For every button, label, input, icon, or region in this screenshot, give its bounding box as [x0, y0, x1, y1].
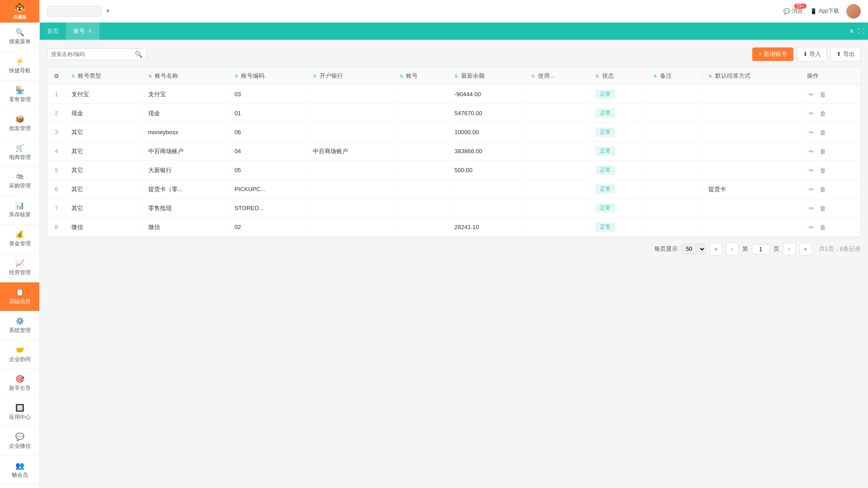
cell-account: [394, 142, 449, 161]
cell-actions: ✏ 🗑: [802, 123, 860, 142]
cell-balance: 547670.00: [449, 104, 526, 123]
cell-status: 正常: [590, 142, 648, 161]
message-button[interactable]: 💬 消息 99+: [783, 7, 803, 15]
cell-usage: [526, 180, 590, 199]
cell-balance: [449, 180, 526, 199]
cell-code: 03: [229, 85, 307, 104]
sidebar-item-operations[interactable]: 📈 经营管理: [0, 253, 39, 282]
per-page-select[interactable]: 50 20 100: [681, 244, 706, 254]
last-page-button[interactable]: »: [799, 243, 812, 255]
delete-button[interactable]: 🗑: [818, 166, 828, 175]
cell-status: 正常: [590, 104, 648, 123]
tab-maximize-icon[interactable]: ⛶: [858, 28, 864, 35]
export-button[interactable]: ⬆ 导出: [830, 47, 861, 61]
tab-account[interactable]: 账号 ✕: [66, 23, 99, 40]
cell-account: [394, 218, 449, 237]
enterprise-icon: 🤝: [0, 346, 39, 354]
edit-button[interactable]: ✏: [807, 128, 816, 137]
col-remark[interactable]: ⇅ 备注: [648, 67, 703, 85]
col-status[interactable]: ⇅ 状态: [590, 67, 648, 85]
sidebar-item-finance[interactable]: 💰 资金管理: [0, 225, 39, 253]
delete-button[interactable]: 🗑: [818, 223, 828, 232]
col-type[interactable]: ⇅ 账号类型: [66, 67, 142, 85]
download-button[interactable]: 📱 App下载: [810, 7, 839, 15]
sort-icon: ⇅: [454, 74, 458, 79]
col-default-settle[interactable]: ⇅ 默认结算方式: [703, 67, 802, 85]
sidebar-item-wholesale[interactable]: 📦 批发管理: [0, 109, 39, 138]
edit-button[interactable]: ✏: [807, 147, 816, 156]
search-icon[interactable]: 🔍: [135, 51, 142, 58]
cell-bank: [307, 104, 394, 123]
sidebar-item-quicknav[interactable]: ⚡ 快捷导航: [0, 52, 39, 80]
table-row: 4 其它 中百商场账户 04 中百商场账户 383866.00 正常 ✏ 🗑: [47, 142, 860, 161]
delete-button[interactable]: 🗑: [818, 185, 828, 194]
sidebar-item-wechat[interactable]: 💬 企业微信: [0, 427, 39, 456]
sidebar-item-purchase[interactable]: 🛍 采购管理: [0, 167, 39, 196]
sidebar-item-ecommerce[interactable]: 🛒 电商管理: [0, 138, 39, 167]
col-name[interactable]: ⇅ 账号名称: [142, 67, 229, 85]
import-button[interactable]: ⬇ 导入: [797, 47, 827, 61]
next-page-button[interactable]: ›: [783, 243, 796, 255]
tab-home-label: 首页: [47, 27, 59, 35]
tab-minimize-icon[interactable]: ✕: [849, 28, 854, 35]
sidebar-item-basic-info[interactable]: 📋 基础信息: [0, 282, 39, 311]
search-input[interactable]: [51, 51, 135, 57]
first-page-button[interactable]: «: [710, 243, 722, 255]
delete-button[interactable]: 🗑: [818, 128, 828, 137]
prev-page-button[interactable]: ‹: [726, 243, 739, 255]
cell-status: 正常: [590, 218, 648, 237]
cell-default-settle: 提货卡: [703, 180, 802, 199]
sidebar-item-enterprise[interactable]: 🤝 企业协同: [0, 340, 39, 369]
sort-icon: ⇅: [653, 74, 657, 79]
cell-bank: [307, 180, 394, 199]
quicknav-icon: ⚡: [0, 57, 39, 66]
topbar-search-input[interactable]: [47, 6, 101, 17]
sidebar-item-retail[interactable]: 🏪 零售管理: [0, 80, 39, 109]
cell-default-settle: [703, 218, 802, 237]
col-code[interactable]: ⇅ 账号编码: [229, 67, 307, 85]
table-row: 3 其它 moneybosx 06 10000.00 正常 ✏ 🗑: [47, 123, 860, 142]
ecommerce-icon: 🛒: [0, 144, 39, 152]
sidebar-item-guide[interactable]: 🎯 新手引导: [0, 369, 39, 398]
gear-icon[interactable]: ⚙: [54, 73, 59, 80]
cell-name: 支付宝: [142, 85, 229, 104]
cell-balance: 383866.00: [449, 142, 526, 161]
edit-button[interactable]: ✏: [807, 204, 816, 213]
topbar-dropdown-icon[interactable]: ▼: [105, 8, 111, 14]
edit-button[interactable]: ✏: [807, 166, 816, 175]
edit-button[interactable]: ✏: [807, 223, 816, 232]
delete-button[interactable]: 🗑: [818, 204, 828, 213]
cell-account: [394, 199, 449, 218]
edit-button[interactable]: ✏: [807, 109, 816, 118]
current-page-input[interactable]: [752, 244, 770, 254]
cell-actions: ✏ 🗑: [802, 199, 860, 218]
sidebar-item-appcenter[interactable]: 🔲 应用中心: [0, 398, 39, 427]
sidebar-item-inventory[interactable]: 📊 库存核算: [0, 196, 39, 225]
download-label: App下载: [819, 7, 839, 15]
add-account-button[interactable]: + 新增账号: [752, 47, 793, 61]
cell-code: 05: [229, 161, 307, 180]
sort-icon: ⇅: [235, 74, 238, 79]
edit-button[interactable]: ✏: [807, 185, 816, 194]
cell-usage: [526, 85, 590, 104]
sidebar-item-members[interactable]: 👥 畅会员: [0, 456, 39, 485]
sidebar-item-search[interactable]: 🔍 搜索菜单: [0, 23, 39, 52]
user-avatar[interactable]: [846, 4, 861, 19]
edit-button[interactable]: ✏: [807, 90, 816, 99]
tab-close-icon[interactable]: ✕: [88, 28, 92, 34]
sidebar-item-system[interactable]: ⚙️ 系统管理: [0, 311, 39, 340]
col-usage[interactable]: ⇅ 使用...: [526, 67, 590, 85]
col-gear[interactable]: ⚙: [47, 67, 66, 85]
main-area: ▼ 💬 消息 99+ 📱 App下载 首页 账号 ✕ ✕ ⛶: [40, 0, 868, 488]
delete-button[interactable]: 🗑: [818, 147, 828, 156]
cell-default-settle: [703, 104, 802, 123]
tab-home[interactable]: 首页: [40, 23, 66, 40]
col-balance[interactable]: ⇅ 最新余额: [449, 67, 526, 85]
col-account[interactable]: ⇅ 账号: [394, 67, 449, 85]
cell-account: [394, 161, 449, 180]
col-bank[interactable]: ⇅ 开户银行: [307, 67, 394, 85]
cell-default-settle: [703, 142, 802, 161]
delete-button[interactable]: 🗑: [818, 90, 828, 99]
status-badge: 正常: [595, 127, 615, 137]
delete-button[interactable]: 🗑: [818, 109, 828, 118]
